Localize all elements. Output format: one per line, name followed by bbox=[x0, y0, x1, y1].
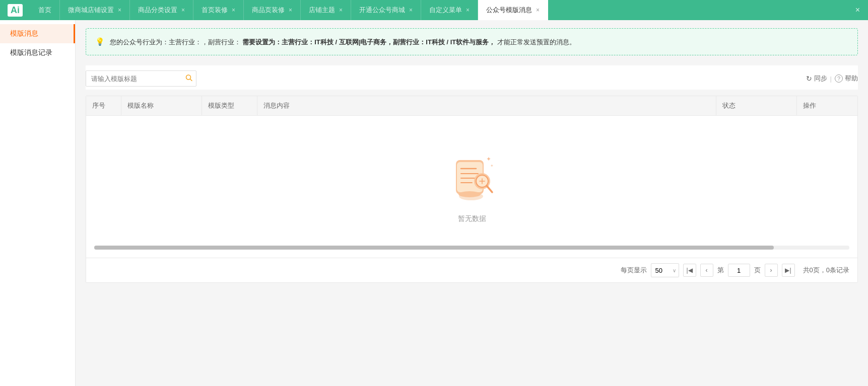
tab-label: 开通公众号商城 bbox=[359, 6, 405, 15]
notice-prefix: 您的公众号行业为：主营行业：，副营行业： bbox=[110, 38, 241, 46]
sidebar-item-template-msg[interactable]: 模版消息 bbox=[0, 24, 75, 43]
tab-homepage-decoration[interactable]: 首页装修 × bbox=[193, 0, 244, 20]
table-header: 序号 模版名称 模版类型 消息内容 状态 操作 bbox=[86, 96, 857, 116]
th-index: 序号 bbox=[86, 96, 121, 115]
th-template-type: 模版类型 bbox=[202, 96, 257, 115]
page-next-button[interactable]: › bbox=[765, 264, 778, 277]
help-button[interactable]: ? 帮助 bbox=[835, 74, 858, 83]
sidebar-label: 模版消息 bbox=[10, 29, 38, 37]
th-msg-content: 消息内容 bbox=[257, 96, 716, 115]
scrollbar-thumb[interactable] bbox=[94, 246, 774, 250]
search-bar: ↻ 同步 | ? 帮助 bbox=[86, 65, 858, 90]
search-input-wrapper bbox=[86, 70, 196, 87]
svg-line-12 bbox=[487, 186, 492, 192]
tab-close-mall[interactable]: × bbox=[409, 7, 413, 13]
tab-label: 商品页装修 bbox=[252, 6, 285, 15]
tab-bar: Ai 首页 微商城店铺设置 × 商品分类设置 × 首页装修 × 商品页装修 × … bbox=[0, 0, 868, 20]
sidebar-label: 模版消息记录 bbox=[10, 48, 52, 56]
tab-close-category[interactable]: × bbox=[181, 7, 185, 13]
tab-category-settings[interactable]: 商品分类设置 × bbox=[130, 0, 193, 20]
search-button[interactable] bbox=[185, 74, 192, 83]
search-right: ↻ 同步 | ? 帮助 bbox=[806, 74, 858, 83]
tab-shop-theme[interactable]: 店铺主题 × bbox=[301, 0, 351, 20]
svg-line-1 bbox=[190, 79, 192, 81]
page-prefix: 第 bbox=[717, 266, 724, 275]
total-info: 共0页，0条记录 bbox=[803, 266, 849, 275]
tab-custom-menu[interactable]: 自定义菜单 × bbox=[421, 0, 478, 20]
tab-label: 公众号模版消息 bbox=[486, 6, 532, 15]
page-number-input[interactable] bbox=[728, 264, 750, 277]
notice-box: 💡 您的公众号行业为：主营行业：，副营行业： 需要设置为：主营行业：IT科技 /… bbox=[86, 28, 858, 55]
sync-button[interactable]: ↻ 同步 bbox=[806, 74, 827, 83]
page-suffix: 页 bbox=[754, 266, 761, 275]
tab-home[interactable]: 首页 bbox=[30, 0, 60, 20]
logo-text: Ai bbox=[8, 4, 23, 17]
empty-text: 暂无数据 bbox=[458, 214, 486, 223]
empty-illustration: ✦ ✦ bbox=[442, 146, 502, 206]
notice-icon: 💡 bbox=[95, 37, 105, 46]
svg-point-9 bbox=[458, 191, 481, 197]
app-logo: Ai bbox=[0, 0, 30, 20]
tab-label: 首页装修 bbox=[202, 6, 228, 15]
tab-product-decoration[interactable]: 商品页装修 × bbox=[244, 0, 301, 20]
th-status: 状态 bbox=[716, 96, 797, 115]
scrollbar-area[interactable] bbox=[86, 246, 857, 258]
per-page-select-wrapper: 10 20 50 100 bbox=[651, 263, 679, 277]
search-input[interactable] bbox=[86, 70, 196, 87]
notice-highlight: 需要设置为：主营行业：IT科技 / 互联网|电子商务，副营行业：IT科技 / I… bbox=[242, 38, 495, 46]
svg-text:✦: ✦ bbox=[490, 164, 494, 168]
tab-label: 商品分类设置 bbox=[138, 6, 177, 15]
tab-close-theme[interactable]: × bbox=[339, 7, 343, 13]
sync-icon: ↻ bbox=[806, 74, 812, 83]
tab-label: 首页 bbox=[38, 6, 51, 15]
scrollbar-track[interactable] bbox=[94, 246, 849, 250]
empty-state: ✦ ✦ 暂无数据 bbox=[86, 116, 857, 244]
tab-close-homepage[interactable]: × bbox=[232, 7, 235, 13]
notice-suffix: 才能正常发送预置的消息。 bbox=[497, 38, 576, 46]
tab-close-product[interactable]: × bbox=[289, 7, 292, 13]
tab-close-shop-settings[interactable]: × bbox=[118, 7, 121, 13]
divider: | bbox=[830, 75, 832, 83]
sidebar: 模版消息 模版消息记录 bbox=[0, 20, 76, 386]
per-page-select[interactable]: 10 20 50 100 bbox=[651, 263, 679, 277]
page-last-button[interactable]: ▶| bbox=[782, 264, 795, 277]
tab-template-msg[interactable]: 公众号模版消息 × bbox=[478, 0, 548, 20]
tab-label: 店铺主题 bbox=[309, 6, 335, 15]
tab-close-template[interactable]: × bbox=[536, 7, 540, 13]
search-left bbox=[86, 70, 196, 87]
tab-close-menu[interactable]: × bbox=[466, 7, 470, 13]
tab-label: 自定义菜单 bbox=[429, 6, 462, 15]
tab-label: 微商城店铺设置 bbox=[68, 6, 114, 15]
page-first-button[interactable]: |◀ bbox=[683, 264, 696, 277]
main-layout: 模版消息 模版消息记录 💡 您的公众号行业为：主营行业：，副营行业： 需要设置为… bbox=[0, 20, 868, 386]
empty-svg: ✦ ✦ bbox=[442, 146, 502, 206]
per-page-label: 每页显示 bbox=[621, 266, 647, 275]
sync-label: 同步 bbox=[814, 74, 827, 83]
svg-text:✦: ✦ bbox=[486, 156, 491, 163]
pagination: 每页显示 10 20 50 100 |◀ ‹ 第 页 › ▶| 共0页，0条记录 bbox=[86, 258, 857, 282]
tab-open-mall[interactable]: 开通公众号商城 × bbox=[351, 0, 421, 20]
help-icon: ? bbox=[835, 74, 843, 83]
search-icon bbox=[185, 74, 192, 82]
table: 序号 模版名称 模版类型 消息内容 状态 操作 bbox=[86, 96, 858, 283]
th-operation: 操作 bbox=[797, 96, 857, 115]
tab-bar-close-all[interactable]: × bbox=[847, 6, 868, 15]
th-template-name: 模版名称 bbox=[121, 96, 202, 115]
sidebar-item-template-record[interactable]: 模版消息记录 bbox=[0, 43, 75, 62]
content-area: 💡 您的公众号行业为：主营行业：，副营行业： 需要设置为：主营行业：IT科技 /… bbox=[76, 20, 868, 386]
tab-shop-settings[interactable]: 微商城店铺设置 × bbox=[60, 0, 130, 20]
page-prev-button[interactable]: ‹ bbox=[700, 264, 713, 277]
help-label: 帮助 bbox=[845, 74, 858, 83]
